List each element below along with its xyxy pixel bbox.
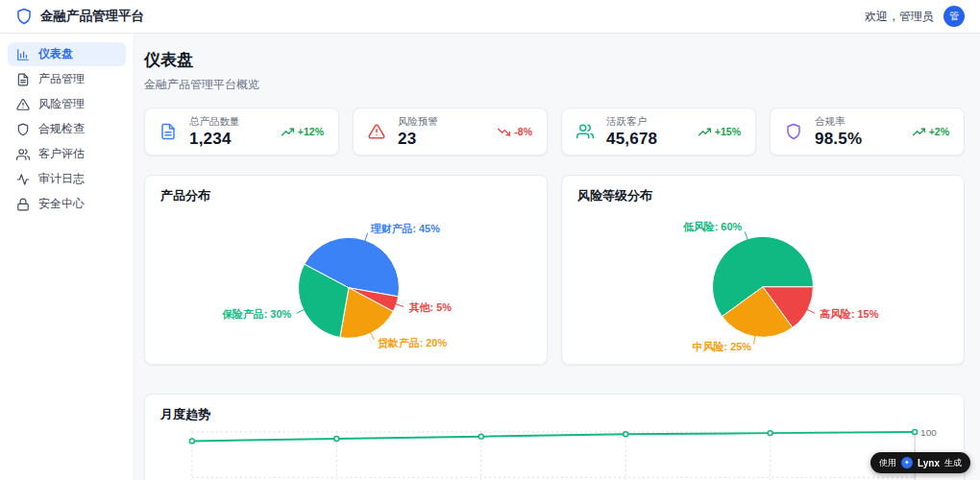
stat-label: 风险预警 bbox=[398, 115, 438, 129]
sidebar: 仪表盘 产品管理 风险管理 合规检查 客户评估 审计日志 安全中心 bbox=[0, 34, 135, 480]
data-point-marker[interactable] bbox=[334, 437, 339, 442]
pie-label-leader-line bbox=[297, 309, 305, 313]
file-text-icon bbox=[159, 123, 177, 140]
badge-name: Lynx bbox=[918, 458, 940, 468]
stat-trend: -8% bbox=[498, 126, 532, 138]
pie-slice-label: 低风险: 60% bbox=[682, 221, 742, 232]
monthly-trend-card: 月度趋势 100 bbox=[144, 394, 965, 480]
pie-slice-label: 理财产品: 45% bbox=[370, 223, 440, 234]
lynx-generated-badge[interactable]: 使用 ✦ Lynx 生成 bbox=[870, 452, 970, 473]
lock-icon bbox=[16, 198, 30, 211]
stat-trend-value: +12% bbox=[298, 126, 324, 137]
sidebar-item-customers[interactable]: 客户评估 bbox=[8, 142, 126, 166]
pie-label-leader-line bbox=[365, 233, 368, 241]
data-point-marker[interactable] bbox=[478, 434, 483, 439]
shield-icon bbox=[785, 123, 802, 140]
trending-down-icon bbox=[498, 126, 510, 138]
chart-title: 风险等级分布 bbox=[577, 187, 652, 204]
stat-value: 1,234 bbox=[189, 130, 240, 149]
sidebar-item-label: 客户评估 bbox=[38, 146, 85, 162]
stat-label: 合规率 bbox=[815, 115, 862, 129]
pie-label-leader-line bbox=[745, 231, 747, 239]
pie-label-leader-line bbox=[396, 304, 404, 307]
welcome-text: 欢迎，管理员 bbox=[865, 9, 934, 25]
pie-label-leader-line bbox=[807, 309, 815, 313]
sidebar-item-label: 安全中心 bbox=[38, 196, 85, 212]
stat-trend: +15% bbox=[698, 126, 741, 138]
sidebar-item-risk[interactable]: 风险管理 bbox=[8, 92, 126, 116]
data-point-marker[interactable] bbox=[624, 432, 628, 437]
chart-title: 产品分布 bbox=[160, 187, 210, 204]
data-point-marker[interactable] bbox=[189, 439, 194, 444]
pie-slice-label: 高风险: 15% bbox=[820, 308, 878, 320]
sidebar-item-label: 产品管理 bbox=[38, 71, 85, 87]
sidebar-item-label: 仪表盘 bbox=[38, 46, 73, 62]
axis-value-label: 100 bbox=[920, 427, 937, 438]
trending-up-icon bbox=[913, 126, 925, 138]
sidebar-item-security[interactable]: 安全中心 bbox=[8, 192, 126, 216]
pie-label-leader-line bbox=[754, 336, 755, 345]
stat-trend: +2% bbox=[913, 126, 949, 138]
sidebar-item-label: 合规检查 bbox=[38, 121, 85, 137]
pie-label-leader-line bbox=[371, 332, 375, 340]
alert-triangle-icon bbox=[368, 123, 385, 140]
stat-card-active-customers: 活跃客户 45,678 +15% bbox=[561, 108, 756, 156]
lynx-logo-icon: ✦ bbox=[901, 457, 913, 468]
sidebar-item-dashboard[interactable]: 仪表盘 bbox=[8, 42, 126, 66]
sidebar-item-products[interactable]: 产品管理 bbox=[8, 67, 126, 91]
sidebar-item-compliance[interactable]: 合规检查 bbox=[8, 117, 126, 141]
page-subtitle: 金融产品管理平台概览 bbox=[144, 77, 965, 93]
pie-slice-label: 保险产品: 30% bbox=[221, 308, 291, 320]
stat-label: 活跃客户 bbox=[606, 115, 657, 129]
data-point-marker[interactable] bbox=[768, 431, 772, 436]
stat-trend-value: +15% bbox=[715, 126, 741, 137]
pie-slice-label: 其他: 5% bbox=[409, 301, 452, 314]
monthly-trend-line-chart: 100 bbox=[145, 395, 964, 480]
badge-suffix: 生成 bbox=[944, 457, 962, 469]
page-title: 仪表盘 bbox=[144, 49, 965, 71]
main-content: 仪表盘 金融产品管理平台概览 总产品数量 1,234 +12% 风险预警 23 … bbox=[135, 34, 980, 480]
shield-logo-icon bbox=[15, 8, 33, 25]
trending-up-icon bbox=[282, 126, 294, 138]
bar-chart-icon bbox=[16, 48, 30, 61]
trending-up-icon bbox=[698, 126, 711, 138]
sidebar-item-label: 审计日志 bbox=[38, 171, 85, 187]
stat-trend-value: +2% bbox=[929, 126, 949, 137]
brand: 金融产品管理平台 bbox=[15, 8, 144, 25]
trend-line bbox=[192, 432, 915, 441]
product-distribution-card: 产品分布 理财产品: 45%其他: 5%贷款产品: 20%保险产品: 30% bbox=[144, 175, 548, 365]
users-icon bbox=[576, 123, 594, 140]
data-point-marker[interactable] bbox=[913, 429, 918, 434]
pie-charts-row: 产品分布 理财产品: 45%其他: 5%贷款产品: 20%保险产品: 30% 风… bbox=[144, 175, 965, 365]
stat-trend: +12% bbox=[282, 126, 324, 138]
file-text-icon bbox=[16, 73, 30, 86]
stat-value: 98.5% bbox=[815, 130, 862, 149]
app-title: 金融产品管理平台 bbox=[40, 8, 144, 25]
stat-card-compliance-rate: 合规率 98.5% +2% bbox=[770, 108, 965, 156]
stat-card-risk-alerts: 风险预警 23 -8% bbox=[353, 108, 548, 156]
risk-level-distribution-card: 风险等级分布 低风险: 60%高风险: 15%中风险: 25% bbox=[561, 175, 965, 365]
app-header: 金融产品管理平台 欢迎，管理员 管 bbox=[0, 0, 980, 34]
pie-slice-label: 中风险: 25% bbox=[693, 341, 751, 352]
user-avatar[interactable]: 管 bbox=[943, 6, 965, 27]
alert-triangle-icon bbox=[16, 98, 30, 111]
pie-slice-label: 贷款产品: 20% bbox=[377, 337, 447, 349]
stat-card-total-products: 总产品数量 1,234 +12% bbox=[144, 108, 339, 156]
stat-trend-value: -8% bbox=[514, 126, 532, 137]
sidebar-item-audit[interactable]: 审计日志 bbox=[8, 167, 126, 191]
sidebar-item-label: 风险管理 bbox=[38, 96, 85, 112]
stat-value: 23 bbox=[398, 130, 438, 149]
stat-label: 总产品数量 bbox=[189, 115, 240, 129]
shield-icon bbox=[16, 123, 30, 136]
users-icon bbox=[16, 148, 30, 161]
activity-icon bbox=[16, 173, 30, 186]
badge-prefix: 使用 bbox=[879, 457, 896, 469]
chart-title: 月度趋势 bbox=[160, 406, 210, 423]
stats-row: 总产品数量 1,234 +12% 风险预警 23 -8% 活跃客户 45 bbox=[144, 108, 965, 156]
stat-value: 45,678 bbox=[606, 130, 657, 149]
